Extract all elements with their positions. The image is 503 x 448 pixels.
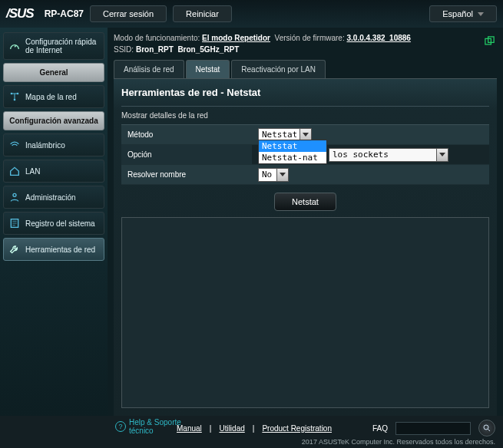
resolve-label: Resolver nombre <box>121 165 252 184</box>
search-button[interactable] <box>478 420 495 436</box>
log-icon <box>8 217 21 229</box>
sidebar-item-label: LAN <box>25 167 40 176</box>
sidebar-item-network-tools[interactable]: Herramientas de red <box>3 238 104 261</box>
tabs: Análisis de red Netstat Reactivación por… <box>114 60 497 79</box>
mode-label: Modo de funcionamiento: <box>114 34 200 42</box>
ssid-5: Bron_5GHz_RPT <box>177 45 239 54</box>
help-link[interactable]: ? Help & Soportetécnico <box>115 418 181 435</box>
multiview-icon[interactable] <box>484 35 495 47</box>
svg-point-7 <box>484 425 488 430</box>
chevron-down-icon[interactable] <box>436 148 448 162</box>
sidebar-item-wireless[interactable]: Inalámbrico <box>3 133 104 156</box>
model-label: RP-AC87 <box>45 8 84 19</box>
language-label: Español <box>442 9 473 18</box>
mode-value[interactable]: El modo Repetidor <box>202 34 270 42</box>
sidebar-item-network-map[interactable]: Mapa de la red <box>3 85 104 108</box>
faq-label: FAQ <box>372 424 388 433</box>
netstat-button[interactable]: Netstat <box>274 193 336 211</box>
utility-link[interactable]: Utilidad <box>219 424 244 433</box>
tab-network-analysis[interactable]: Análisis de red <box>114 60 184 78</box>
wrench-icon <box>8 243 21 255</box>
sidebar-item-label: Registro del sistema <box>25 219 95 228</box>
reboot-button[interactable]: Reiniciar <box>173 5 232 22</box>
logout-button[interactable]: Cerrar sesión <box>90 5 167 22</box>
tab-wol[interactable]: Reactivación por LAN <box>231 60 326 78</box>
chevron-down-icon[interactable] <box>276 168 289 182</box>
faq-input[interactable] <box>395 422 471 435</box>
method-option-netstat[interactable]: Netstat <box>259 140 326 152</box>
resolve-select[interactable] <box>258 168 289 182</box>
sidebar-item-label: Herramientas de red <box>25 245 95 254</box>
panel: Herramientas de red - Netstat Mostrar de… <box>114 79 497 416</box>
top-bar: /SUS RP-AC87 Cerrar sesión Reiniciar Esp… <box>0 0 503 28</box>
brand-logo: /SUS <box>6 6 34 21</box>
product-registration-link[interactable]: Product Registration <box>262 424 332 433</box>
wifi-icon <box>8 139 21 151</box>
option-label: Opción <box>121 145 252 164</box>
option-select[interactable] <box>329 148 448 162</box>
method-label: Método <box>121 125 252 144</box>
sidebar-header-advanced: Configuración avanzada <box>3 111 104 130</box>
method-dropdown: Netstat Netstat-nat <box>258 140 327 164</box>
copyright: 2017 ASUSTeK Computer Inc. Reservados to… <box>115 438 495 446</box>
sidebar: Configuración rápida de Internet General… <box>0 28 108 416</box>
main-area: Modo de funcionamiento: El modo Repetido… <box>108 28 503 416</box>
ssid-label: SSID: <box>114 45 134 54</box>
sidebar-item-label: Mapa de la red <box>25 93 77 101</box>
sidebar-item-label: Inalámbrico <box>25 141 65 150</box>
language-button[interactable]: Español <box>429 5 497 22</box>
panel-subtitle: Mostrar detalles de la red <box>121 106 489 125</box>
ssid-24: Bron_RPT <box>136 45 174 54</box>
gauge-icon <box>8 40 21 52</box>
sidebar-item-label: Configuración rápida de Internet <box>25 38 99 54</box>
home-icon <box>8 165 21 177</box>
help-icon: ? <box>115 421 126 432</box>
fw-label: Versión de firmware: <box>275 34 345 42</box>
resolve-input[interactable] <box>258 168 276 182</box>
output-area <box>121 217 489 408</box>
search-icon <box>482 423 491 433</box>
sidebar-item-label: Administración <box>25 193 76 202</box>
svg-point-3 <box>13 193 16 196</box>
user-icon <box>8 191 21 203</box>
sidebar-item-quick-setup[interactable]: Configuración rápida de Internet <box>3 32 104 60</box>
sidebar-item-syslog[interactable]: Registro del sistema <box>3 212 104 235</box>
sidebar-item-admin[interactable]: Administración <box>3 186 104 209</box>
sidebar-item-lan[interactable]: LAN <box>3 160 104 183</box>
sidebar-header-general: General <box>3 63 104 82</box>
info-strip: Modo de funcionamiento: El modo Repetido… <box>108 28 503 55</box>
tab-netstat[interactable]: Netstat <box>186 60 230 78</box>
footer: ? Help & Soportetécnico Manual | Utilida… <box>0 416 503 448</box>
chevron-down-icon <box>478 12 484 16</box>
fw-value[interactable]: 3.0.0.4.382_10886 <box>346 34 410 42</box>
panel-title: Herramientas de red - Netstat <box>121 87 489 106</box>
method-option-netstat-nat[interactable]: Netstat-nat <box>259 152 326 163</box>
network-map-icon <box>8 91 21 103</box>
option-input[interactable] <box>329 148 436 162</box>
